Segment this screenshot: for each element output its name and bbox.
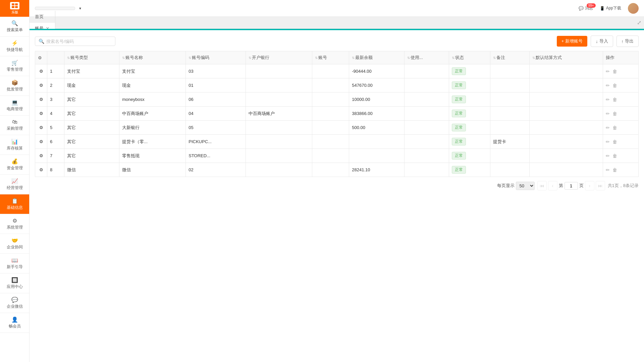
edit-icon[interactable]: ✏ [606,139,610,144]
row-actions-2: ✏ 🗑 [603,93,638,107]
header-right: 💬 消息 99+ 📱 App下载 [579,3,639,14]
delete-icon[interactable]: 🗑 [612,139,617,144]
edit-icon[interactable]: ✏ [606,83,610,88]
sidebar-item-wholesale[interactable]: 📦批发管理 [0,76,29,96]
sidebar-item-purchase[interactable]: 🛍采购管理 [0,116,29,135]
row-settings-4[interactable]: ⚙ [35,121,47,135]
sidebar-label-wechat: 企业微信 [1,304,28,309]
sidebar-item-retail[interactable]: 🛒零售管理 [0,56,29,76]
col-header-bank[interactable]: ⇅开户银行 [246,51,312,64]
sidebar-item-wechat[interactable]: 💬企业微信 [0,293,29,313]
search-box[interactable]: 🔍 [35,37,115,46]
row-settings-7[interactable]: ⚙ [35,163,47,177]
settings-icon: ⚙ [39,125,43,130]
app-download-button[interactable]: 📱 App下载 [600,5,621,11]
status-badge: 正常 [452,67,466,75]
search-icon: 🔍 [39,39,44,44]
sidebar-icon-finance: 💰 [1,158,28,165]
page-suffix-label: 页 [579,183,584,189]
row-settings-5[interactable]: ⚙ [35,135,47,149]
prev-page-button[interactable]: ‹ [548,181,557,190]
edit-icon[interactable]: ✏ [606,167,610,173]
sidebar-item-system[interactable]: ⚙系统管理 [0,214,29,234]
add-account-button[interactable]: + 新增账号 [557,36,587,47]
dropdown-arrow: ▾ [79,6,81,11]
logo-icon [10,2,19,9]
tab-expand-icon[interactable]: ⤢ [634,19,644,26]
per-page-dropdown[interactable]: 50 100 200 [516,182,535,190]
message-button[interactable]: 💬 消息 99+ [579,5,593,11]
sidebar-icon-basic: 📋 [1,198,28,204]
sidebar-item-quicknav[interactable]: ⚡快捷导航 [0,37,29,56]
table-row: ⚙8微信微信0228241.10正常 ✏ 🗑 [35,163,639,177]
row-settings-0[interactable]: ⚙ [35,64,47,78]
next-page-button[interactable]: › [585,181,594,190]
col-header-usage[interactable]: ⇅使用... [404,51,449,64]
sidebar-item-enterprise[interactable]: 🤝企业协同 [0,234,29,254]
row-balance-0: -90444.00 [349,64,405,78]
row-account-0 [312,64,349,78]
export-button[interactable]: ↑ 导出 [616,36,639,47]
delete-icon[interactable]: 🗑 [612,69,617,74]
sidebar-item-guide[interactable]: 📖新手引导 [0,254,29,274]
top-search-box [35,7,75,10]
col-header-remark[interactable]: ⇅备注 [490,51,529,64]
row-num-4: 5 [47,121,64,135]
row-account-5 [312,135,349,149]
row-bank-2 [246,93,312,107]
first-page-button[interactable]: ⏮ [537,181,547,190]
sidebar-item-finance[interactable]: 💰资金管理 [0,155,29,175]
last-page-button[interactable]: ⏭ [596,181,605,190]
col-header-name[interactable]: ⇅账号名称 [119,51,186,64]
col-header-balance[interactable]: ⇅最新余额 [349,51,405,64]
sidebar-icon-quicknav: ⚡ [1,40,28,46]
edit-icon[interactable]: ✏ [606,125,610,130]
sidebar-item-ecommerce[interactable]: 💻电商管理 [0,96,29,116]
status-badge: 正常 [452,110,466,117]
delete-icon[interactable]: 🗑 [612,167,617,173]
delete-icon[interactable]: 🗑 [612,83,617,88]
svg-rect-3 [15,6,18,8]
row-balance-2: 10000.00 [349,93,405,107]
page-input[interactable] [565,182,578,190]
sidebar-item-basic[interactable]: 📋基础信息 [0,194,29,214]
row-status-6: 正常 [449,149,490,163]
sidebar-item-search[interactable]: 🔍搜索菜单 [0,17,29,37]
delete-icon[interactable]: 🗑 [612,97,617,102]
row-settings-1[interactable]: ⚙ [35,78,47,93]
avatar[interactable] [628,3,639,14]
row-settings-3[interactable]: ⚙ [35,107,47,121]
sidebar-item-appcenter[interactable]: 🔲应用中心 [0,274,29,293]
row-num-0: 1 [47,64,64,78]
col-header-account[interactable]: ⇅账号 [312,51,349,64]
row-remark-4 [490,121,529,135]
row-balance-4: 500.00 [349,121,405,135]
col-header-default_payment[interactable]: ⇅默认结算方式 [529,51,603,64]
row-default-payment-6 [529,149,603,163]
edit-icon[interactable]: ✏ [606,97,610,102]
col-header-type[interactable]: ⇅账号类型 [64,51,119,64]
edit-icon[interactable]: ✏ [606,111,610,116]
sidebar-item-operations[interactable]: 📈经营管理 [0,175,29,194]
tab-home[interactable]: 首页 [30,11,55,23]
import-button[interactable]: ↓ 导入 [591,36,613,47]
col-header-code[interactable]: ⇅账号编码 [186,51,246,64]
total-info: 共1页，8条记录 [608,183,639,189]
header-dropdown[interactable]: ▾ [79,6,81,11]
table-row: ⚙7其它零售抵现STORED...正常 ✏ 🗑 [35,149,639,163]
row-remark-0 [490,64,529,78]
delete-icon[interactable]: 🗑 [612,111,617,116]
search-input[interactable] [46,39,110,44]
sidebar-item-inventory[interactable]: 📊库存核算 [0,135,29,155]
row-settings-6[interactable]: ⚙ [35,149,47,163]
row-remark-2 [490,93,529,107]
delete-icon[interactable]: 🗑 [612,153,617,159]
sidebar-label-guide: 新手引导 [1,264,28,270]
edit-icon[interactable]: ✏ [606,153,610,159]
delete-icon[interactable]: 🗑 [612,125,617,130]
edit-icon[interactable]: ✏ [606,69,610,74]
sidebar-item-member[interactable]: 👤畅会员 [0,313,29,333]
row-account-7 [312,163,349,177]
col-header-status[interactable]: ⇅状态 [449,51,490,64]
row-settings-2[interactable]: ⚙ [35,93,47,107]
